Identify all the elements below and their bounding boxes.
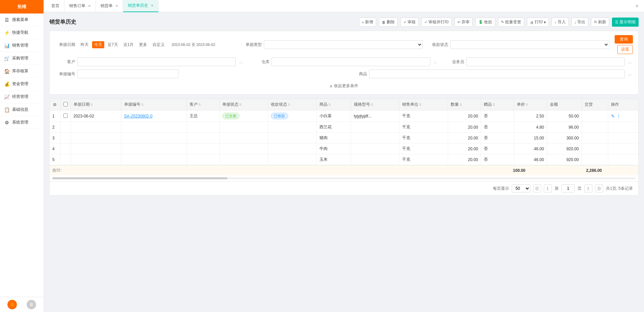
export-button[interactable]: ↓ 导出 (571, 18, 589, 27)
customer-ellipsis-btn[interactable]: ... (238, 59, 244, 64)
row-checkbox-0[interactable] (60, 110, 71, 122)
delete-button[interactable]: 🗑 删除 (379, 18, 398, 27)
row-checkbox-4[interactable] (60, 154, 71, 165)
collapse-filter-button[interactable]: ∧ 收起更多条件 (328, 82, 360, 90)
date-shortcuts: 昨天 今天 近7天 近1月 更多 自定义 (79, 41, 167, 48)
payment-status-select[interactable] (450, 40, 609, 49)
show-detail-button[interactable]: ☰ 显示明细 (612, 18, 639, 27)
abandon-icon: ↩ (457, 20, 460, 24)
sidebar-item-purchase-mgmt[interactable]: 🛒 采购管理 (0, 52, 44, 65)
order-no-link[interactable]: SA-20230602-0 (124, 114, 152, 119)
row-unit-price-1: 4.80 (514, 122, 547, 133)
row-qty-0: 20.00 (448, 110, 481, 122)
close-all-tabs-button[interactable]: ✕ (633, 4, 641, 8)
sidebar-item-search-menu[interactable]: ☰ 搜索菜单 (0, 14, 44, 26)
shortcut-custom[interactable]: 自定义 (150, 41, 167, 48)
warehouse-input[interactable] (272, 57, 430, 66)
row-checkbox-3[interactable] (60, 144, 71, 154)
collect-button[interactable]: 💲 收款 (475, 18, 495, 27)
col-customer[interactable]: 客户⇅ (187, 99, 220, 110)
col-order-no[interactable]: 单据编号⇅ (121, 99, 187, 110)
col-date[interactable]: 单据日期⇅ (71, 99, 121, 110)
goods-input[interactable] (369, 70, 625, 78)
prev-page-button[interactable]: ⟨ (544, 184, 552, 192)
sidebar-item-label: 基础信息 (12, 107, 28, 112)
pause-icon[interactable]: ⏸ (27, 300, 36, 309)
add-button[interactable]: + 新增 (359, 18, 376, 27)
salesperson-filter-field: 业务员 ... (444, 57, 633, 66)
warehouse-ellipsis-btn[interactable]: ... (432, 59, 439, 64)
refresh-button[interactable]: ↻ 刷新 (591, 18, 609, 27)
audit-print-button[interactable]: ✓ 审核并打印 (421, 18, 452, 27)
sidebar-item-basic-info[interactable]: 📋 基础信息 (0, 103, 44, 116)
tab-close-sales-history[interactable]: ✕ (151, 4, 153, 7)
settings-button[interactable]: 设置 (617, 45, 633, 54)
shortcut-7days[interactable]: 近7天 (106, 41, 120, 48)
salesperson-ellipsis-btn[interactable]: ... (627, 59, 633, 64)
customer-input[interactable] (77, 57, 236, 66)
row-customer-1 (187, 122, 220, 133)
sidebar-item-sales-mgmt[interactable]: 📊 销售管理 (0, 39, 44, 52)
abandon-button[interactable]: ↩ 弃审 (454, 18, 473, 27)
next-page-button[interactable]: ⟩ (584, 184, 592, 192)
sidebar-item-quick-nav[interactable]: ⚡ 快捷导航 (0, 26, 44, 39)
quick-nav-icon: ⚡ (4, 30, 9, 35)
select-all-checkbox[interactable] (63, 102, 68, 106)
order-no-input[interactable] (77, 70, 178, 78)
col-goods[interactable]: 商品⇅ (317, 99, 351, 110)
batch-change-button[interactable]: ✎ 批量变更 (498, 18, 524, 27)
salesperson-input[interactable] (466, 57, 625, 66)
row-checkbox[interactable] (63, 113, 68, 118)
goods-ellipsis-btn[interactable]: ... (627, 72, 633, 76)
first-page-button[interactable]: ⟨⟨ (533, 184, 541, 192)
data-table: ⚙ 单据日期⇅ 单据编号⇅ 客户⇅ 单据状态⇅ (50, 99, 638, 165)
col-spec[interactable]: 规格型号⇅ (351, 99, 399, 110)
shortcut-1month[interactable]: 近1月 (121, 41, 136, 48)
row-checkbox-1[interactable] (60, 122, 71, 133)
query-button[interactable]: 查询 (615, 35, 633, 44)
tab-sales-delivery[interactable]: 销货单 ✕ (96, 0, 123, 12)
row-date-2 (71, 133, 121, 144)
horizontal-scrollbar[interactable] (50, 175, 638, 181)
row-amount-1: 96.00 (547, 122, 582, 133)
tab-home[interactable]: 首页 (47, 0, 64, 12)
payment-status-badge: 已收款 (271, 113, 288, 119)
salesperson-label: 业务员 (444, 59, 464, 65)
audit-button[interactable]: ✓ 审核 (400, 18, 419, 27)
sidebar-item-finance[interactable]: 💰 资金管理 (0, 78, 44, 90)
brightness-icon[interactable]: 🔆 (7, 300, 17, 309)
tab-sales-order[interactable]: 销售订单 ✕ (64, 0, 96, 12)
sidebar-item-inventory[interactable]: 🏠 库存核算 (0, 65, 44, 78)
edit-icon[interactable]: ✎ (611, 113, 615, 119)
per-page-select[interactable]: 50 100 (512, 184, 530, 192)
print-button[interactable]: 🖨 打印 ▾ (527, 18, 549, 27)
shortcut-more[interactable]: 更多 (137, 41, 149, 48)
tab-close-sales-order[interactable]: ✕ (88, 4, 91, 8)
page-prefix: 第 (555, 186, 559, 191)
col-unit[interactable]: 销售单位⇅ (399, 99, 448, 110)
customer-label: 客户 (55, 59, 75, 65)
more-actions-icon[interactable]: ⋮ (616, 113, 621, 119)
tab-close-sales-delivery[interactable]: ✕ (115, 4, 118, 8)
type-select[interactable] (264, 40, 423, 49)
row-payment-status-3 (268, 144, 317, 154)
import-button[interactable]: ↑ 导入 (552, 18, 569, 27)
sidebar-item-system-mgmt[interactable]: ⚙ 系统管理 (0, 116, 44, 129)
print-icon: 🖨 (530, 20, 534, 24)
sidebar-item-label: 销售管理 (12, 43, 28, 48)
last-page-button[interactable]: ⟩⟩ (595, 184, 603, 192)
shortcut-yesterday[interactable]: 昨天 (79, 41, 91, 48)
col-payment-status[interactable]: 收款状态⇅ (268, 99, 317, 110)
row-payment-status-2 (268, 133, 317, 144)
col-settings[interactable]: ⚙ (50, 99, 60, 110)
row-checkbox-2[interactable] (60, 133, 71, 144)
tab-sales-history[interactable]: 销货单历史 ✕ (123, 0, 159, 12)
row-order-no-0[interactable]: SA-20230602-0 (121, 110, 187, 122)
col-unit-price[interactable]: 单价⇅ (514, 99, 547, 110)
shortcut-today[interactable]: 今天 (92, 41, 104, 48)
col-qty[interactable]: 数量⇅ (448, 99, 481, 110)
page-number-input[interactable] (561, 184, 575, 192)
col-gift[interactable]: 赠品⇅ (481, 99, 514, 110)
col-order-status[interactable]: 单据状态⇅ (220, 99, 268, 110)
sidebar-item-operations[interactable]: 📈 经营管理 (0, 90, 44, 103)
